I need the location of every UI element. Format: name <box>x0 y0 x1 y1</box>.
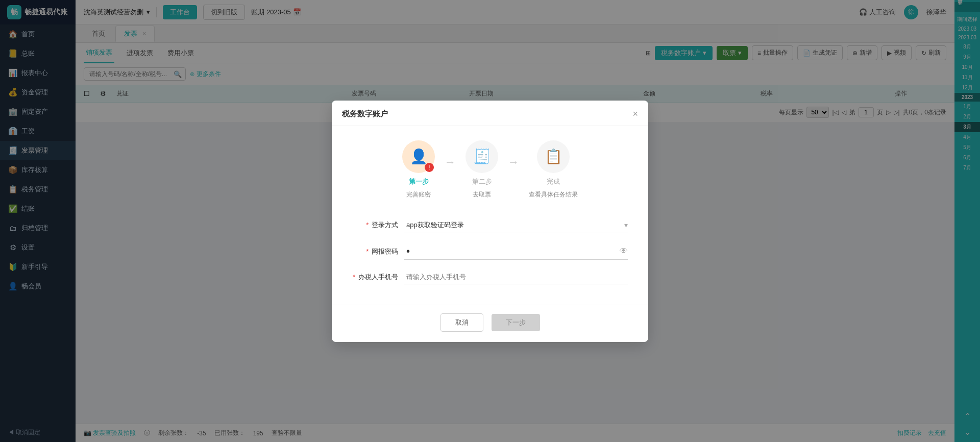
login-method-label: * 登录方式 <box>352 220 398 230</box>
modal-header: 税务数字账户 × <box>332 101 648 126</box>
step-1-desc: 完善账密 <box>406 190 431 199</box>
login-required-mark: * <box>366 221 369 229</box>
password-dot: • <box>404 245 620 257</box>
arrow-2: → <box>498 156 529 169</box>
arrow-1: → <box>435 156 465 169</box>
modal-title: 税务数字账户 <box>342 109 388 119</box>
steps: 👤 ! 第一步 完善账密 → 🧾 第二步 去取票 → <box>352 140 628 199</box>
login-method-select[interactable]: app获取验证码登录 ▾ <box>404 217 628 233</box>
modal-body: 👤 ! 第一步 完善账密 → 🧾 第二步 去取票 → <box>332 126 648 305</box>
cancel-btn[interactable]: 取消 <box>440 313 483 332</box>
step-2-icon-glyph: 🧾 <box>473 148 491 165</box>
step-3-label: 完成 <box>547 177 560 186</box>
next-btn[interactable]: 下一步 <box>492 314 540 331</box>
tax-digital-modal: 税务数字账户 × 👤 ! 第一步 完善账密 → <box>332 101 648 342</box>
phone-label: * 办税人手机号 <box>352 273 398 282</box>
step-1-badge: ! <box>425 163 434 172</box>
step-3-icon: 📋 <box>537 140 570 173</box>
step-1: 👤 ! 第一步 完善账密 <box>402 140 435 199</box>
step-2: 🧾 第二步 去取票 <box>465 140 498 199</box>
step-2-label: 第二步 <box>472 177 492 186</box>
modal-footer: 取消 下一步 <box>332 305 648 342</box>
step-2-icon: 🧾 <box>465 140 498 173</box>
step-3: 📋 完成 查看具体任务结果 <box>529 140 578 199</box>
step-1-icon-glyph: 👤 <box>410 148 428 165</box>
login-method-row: * 登录方式 app获取验证码登录 ▾ <box>352 217 628 233</box>
password-label: * 网报密码 <box>352 247 398 256</box>
step-1-icon: 👤 ! <box>402 140 435 173</box>
modal-close-btn[interactable]: × <box>632 109 638 119</box>
phone-row: * 办税人手机号 <box>352 270 628 284</box>
step-1-label: 第一步 <box>409 177 429 186</box>
modal-overlay: 税务数字账户 × 👤 ! 第一步 完善账密 → <box>0 0 980 442</box>
phone-input[interactable] <box>404 270 628 284</box>
password-row: * 网报密码 • 👁 <box>352 243 628 260</box>
step-3-desc: 查看具体任务结果 <box>529 190 578 199</box>
phone-required-mark: * <box>353 273 355 281</box>
login-method-value: app获取验证码登录 <box>404 219 624 231</box>
eye-icon[interactable]: 👁 <box>620 247 628 256</box>
step-2-desc: 去取票 <box>473 190 491 199</box>
step-3-icon-glyph: 📋 <box>545 148 562 165</box>
password-required-mark: * <box>366 248 369 255</box>
password-field: • 👁 <box>404 243 628 260</box>
login-method-arrow-icon: ▾ <box>624 221 628 229</box>
